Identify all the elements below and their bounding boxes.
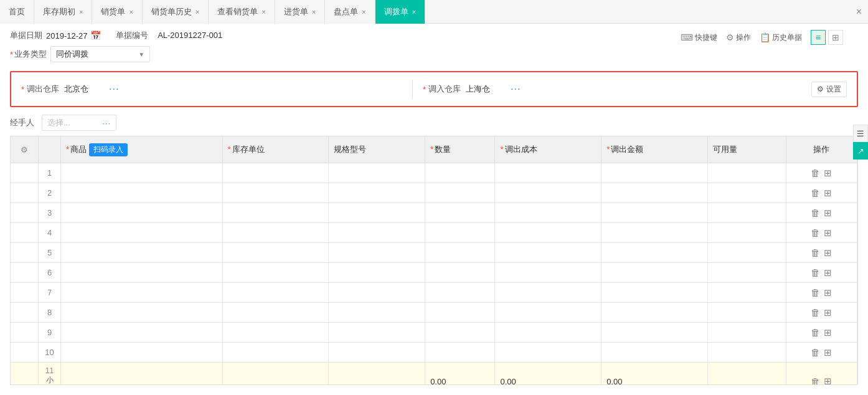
copy-icon[interactable]: ⊞ (824, 227, 832, 239)
copy-icon[interactable]: ⊞ (824, 168, 832, 179)
business-type-dropdown[interactable]: 同价调拨 ▼ (50, 46, 150, 62)
row-spec[interactable] (329, 323, 425, 343)
row-product[interactable] (61, 183, 223, 203)
row-product[interactable] (61, 243, 223, 263)
row-product[interactable] (61, 263, 223, 283)
copy-icon[interactable]: ⊞ (824, 307, 832, 318)
copy-icon[interactable]: ⊞ (824, 327, 832, 338)
delete-icon[interactable]: 🗑 (811, 376, 820, 386)
scan-enter-button[interactable]: 扫码录入 (89, 143, 128, 156)
row-cost[interactable] (495, 223, 601, 243)
delete-icon[interactable]: 🗑 (811, 247, 820, 258)
history-button[interactable]: 📋 历史单据 (760, 32, 802, 43)
tab-purchase-order[interactable]: 进货单 × (275, 0, 325, 24)
row-product[interactable] (61, 203, 223, 223)
row-cost[interactable] (495, 243, 601, 263)
close-icon[interactable]: × (312, 8, 316, 16)
row-spec[interactable] (329, 203, 425, 223)
row-amount[interactable] (601, 183, 708, 203)
row-unit[interactable] (222, 303, 329, 323)
close-all-tabs-button[interactable]: × (856, 6, 862, 17)
row-qty[interactable] (425, 343, 495, 363)
row-qty[interactable] (425, 163, 495, 183)
copy-icon[interactable]: ⊞ (824, 376, 832, 385)
copy-icon[interactable]: ⊞ (824, 287, 832, 298)
row-spec[interactable] (329, 263, 425, 283)
row-cost[interactable] (495, 283, 601, 303)
calendar-icon[interactable]: 📅 (90, 31, 101, 40)
tab-sales-history[interactable]: 销货单历史 × (143, 0, 209, 24)
close-icon[interactable]: × (362, 8, 366, 16)
row-amount[interactable] (601, 343, 708, 363)
tab-home[interactable]: 首页 (0, 0, 34, 24)
row-product[interactable] (61, 163, 223, 183)
delete-icon[interactable]: 🗑 (811, 347, 820, 358)
row-qty[interactable] (425, 223, 495, 243)
warehouse-in-more-button[interactable]: ··· (511, 83, 521, 95)
settings-button[interactable]: ⚙ 设置 (811, 82, 847, 97)
row-qty[interactable] (425, 323, 495, 343)
row-qty[interactable] (425, 183, 495, 203)
handler-more-button[interactable]: ··· (102, 118, 111, 128)
delete-icon[interactable]: 🗑 (811, 327, 820, 338)
row-amount[interactable] (601, 263, 708, 283)
row-spec[interactable] (329, 303, 425, 323)
row-cost[interactable] (495, 303, 601, 323)
row-unit[interactable] (222, 323, 329, 343)
copy-icon[interactable]: ⊞ (824, 267, 832, 278)
delete-icon[interactable]: 🗑 (811, 287, 820, 298)
copy-icon[interactable]: ⊞ (824, 207, 832, 219)
row-cost[interactable] (495, 163, 601, 183)
delete-icon[interactable]: 🗑 (811, 207, 820, 218)
row-spec[interactable] (329, 223, 425, 243)
row-amount[interactable] (601, 283, 708, 303)
close-icon[interactable]: × (262, 8, 265, 16)
row-qty[interactable] (425, 283, 495, 303)
layout-icon-grid[interactable]: ⊞ (828, 30, 843, 45)
row-amount[interactable] (601, 303, 708, 323)
row-cost[interactable] (495, 263, 601, 283)
tab-transfer[interactable]: 调拨单 × (375, 0, 425, 24)
tab-stocktake[interactable]: 盘点单 × (325, 0, 375, 24)
right-panel-list-icon[interactable]: ☰ (853, 125, 868, 142)
delete-icon[interactable]: 🗑 (811, 307, 820, 318)
copy-icon[interactable]: ⊞ (824, 188, 832, 199)
close-icon[interactable]: × (79, 8, 83, 16)
row-cost[interactable] (495, 323, 601, 343)
row-product[interactable] (61, 303, 223, 323)
handler-dropdown[interactable]: 选择... ··· (42, 115, 116, 131)
operations-button[interactable]: ⚙ 操作 (726, 32, 751, 43)
row-unit[interactable] (222, 223, 329, 243)
tab-inventory-init[interactable]: 库存期初 × (34, 0, 92, 24)
row-unit[interactable] (222, 183, 329, 203)
tab-view-sales[interactable]: 查看销货单 × (209, 0, 275, 24)
delete-icon[interactable]: 🗑 (811, 267, 820, 278)
row-unit[interactable] (222, 343, 329, 363)
table-gear-icon[interactable]: ⚙ (16, 141, 33, 158)
row-product[interactable] (61, 343, 223, 363)
close-icon[interactable]: × (412, 8, 416, 16)
row-unit[interactable] (222, 263, 329, 283)
delete-icon[interactable]: 🗑 (811, 227, 820, 238)
row-spec[interactable] (329, 183, 425, 203)
layout-icon-list[interactable]: ≡ (811, 30, 826, 45)
close-icon[interactable]: × (129, 8, 133, 16)
row-spec[interactable] (329, 283, 425, 303)
warehouse-out-more-button[interactable]: ··· (109, 83, 119, 95)
row-amount[interactable] (601, 323, 708, 343)
row-unit[interactable] (222, 283, 329, 303)
copy-icon[interactable]: ⊞ (824, 247, 832, 259)
row-unit[interactable] (222, 203, 329, 223)
delete-icon[interactable]: 🗑 (811, 188, 820, 198)
row-product[interactable] (61, 283, 223, 303)
tab-sales-order[interactable]: 销货单 × (92, 0, 142, 24)
row-product[interactable] (61, 223, 223, 243)
row-spec[interactable] (329, 243, 425, 263)
row-cost[interactable] (495, 203, 601, 223)
row-cost[interactable] (495, 343, 601, 363)
row-product[interactable] (61, 323, 223, 343)
close-icon[interactable]: × (196, 8, 199, 16)
right-panel-expand-icon[interactable]: ↗ (853, 142, 868, 159)
row-cost[interactable] (495, 183, 601, 203)
row-amount[interactable] (601, 243, 708, 263)
